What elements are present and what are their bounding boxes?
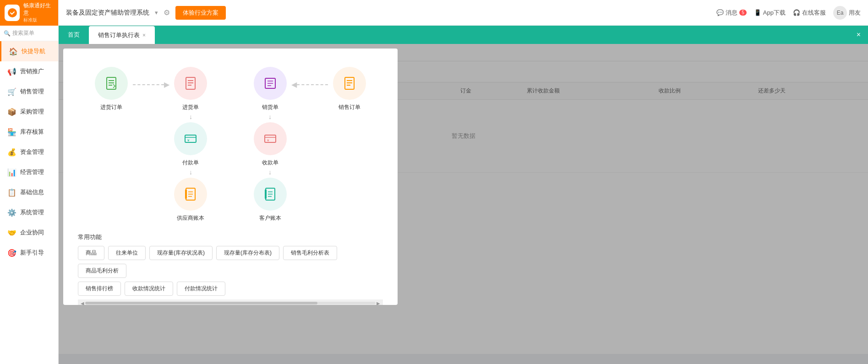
- payment-bill-icon: ¥: [174, 122, 207, 155]
- flow-node-payment-bill[interactable]: ¥ 付款单: [174, 122, 207, 167]
- tab-close-icon[interactable]: ×: [142, 32, 146, 38]
- func-btn-goods[interactable]: 商品: [78, 246, 104, 260]
- svg-text:¥: ¥: [187, 138, 190, 142]
- sidebar-item-label: 采购管理: [20, 108, 44, 116]
- avatar: Ea: [833, 6, 847, 20]
- guide-icon: 🎯: [7, 248, 16, 257]
- customer-ledger-label: 客户账本: [259, 214, 281, 222]
- overlay[interactable]: 进货订单 ▶: [59, 44, 868, 364]
- message-badge: 5: [739, 10, 747, 16]
- sidebar-item-label: 新手引导: [20, 249, 44, 257]
- search-bar[interactable]: 🔍 搜索菜单: [0, 26, 58, 41]
- user-menu[interactable]: Ea 用友: [833, 6, 861, 20]
- sidebar-item-label: 经营管理: [20, 168, 44, 176]
- message-button[interactable]: 💬 消息 5: [716, 9, 747, 17]
- search-icon: 🔍: [4, 30, 11, 37]
- logo-icon: [5, 5, 20, 21]
- search-label: 搜索菜单: [12, 29, 34, 37]
- sidebar-item-finance[interactable]: 💰 资金管理: [0, 142, 58, 162]
- inventory-icon: 🏪: [7, 127, 16, 136]
- func-btn-stock-dist[interactable]: 现存量(库存分布表): [216, 246, 279, 260]
- content-area: ❓ 帮助 🖨 按模板打印 ▾ 📤 导出 🔄 刷新: [59, 44, 868, 364]
- tab-home-label: 首页: [68, 31, 80, 39]
- sidebar-item-guide[interactable]: 🎯 新手引导: [0, 243, 58, 263]
- trial-button[interactable]: 体验行业方案: [175, 6, 226, 20]
- sidebar-item-purchase[interactable]: 📦 采购管理: [0, 102, 58, 122]
- scroll-right-icon[interactable]: ▶: [376, 301, 381, 305]
- svg-rect-20: [265, 135, 276, 142]
- sidebar-item-marketing[interactable]: 📢 营销推广: [0, 61, 58, 81]
- system-title: 装备及固定资产辅助管理系统: [66, 9, 149, 17]
- arrow-row-down2: ↓ ↓: [78, 167, 383, 178]
- window-close-icon[interactable]: ×: [857, 31, 861, 39]
- online-service-label: 在线客服: [802, 9, 826, 17]
- flow-modal-body: 进货订单 ▶: [63, 49, 398, 305]
- app-download-button[interactable]: 📱 App下载: [754, 9, 786, 17]
- sidebar-item-label: 基础信息: [20, 188, 44, 196]
- tab-sales-order[interactable]: 销售订单执行表 ×: [89, 26, 155, 44]
- func-btn-receipt-stats[interactable]: 收款情况统计: [125, 282, 173, 296]
- gear-icon[interactable]: ⚙: [164, 8, 170, 17]
- flow-node-receipt-bill[interactable]: ¥ 收款单: [254, 122, 287, 167]
- sidebar-item-label: 营销推广: [20, 67, 44, 76]
- supplier-ledger-label: 供应商账本: [177, 214, 204, 222]
- func-btn-counterpart[interactable]: 往来单位: [108, 246, 146, 260]
- func-btn-sales-rank[interactable]: 销售排行榜: [78, 282, 121, 296]
- flow-node-purchase-bill[interactable]: 进货单: [174, 67, 207, 111]
- svg-point-0: [8, 8, 17, 17]
- sales-order-label: 销售订单: [338, 103, 360, 111]
- modal-scrollbar: ◀ ▶: [78, 299, 383, 305]
- receipt-bill-label: 收款单: [262, 159, 278, 167]
- sidebar-item-quick-nav[interactable]: 🏠 快捷导航: [0, 41, 58, 61]
- sidebar-item-basic[interactable]: 📋 基础信息: [0, 182, 58, 202]
- tab-home[interactable]: 首页: [59, 26, 89, 44]
- func-btn-stock-status[interactable]: 现存量(库存状况表): [149, 246, 213, 260]
- func-btn-payment-stats[interactable]: 付款情况统计: [177, 282, 225, 296]
- collab-icon: 🤝: [7, 228, 16, 237]
- arrow-order-to-sales-bill: ◀: [291, 80, 328, 89]
- arrow-row-down: ↓ ↓: [78, 111, 383, 122]
- topbar-right: 💬 消息 5 📱 App下载 🎧 在线客服 Ea 用友: [716, 6, 861, 20]
- sidebar-item-label: 销售管理: [20, 87, 44, 96]
- payment-bill-label: 付款单: [182, 159, 199, 167]
- scrollbar-container[interactable]: ◀ ▶: [78, 299, 383, 305]
- scroll-left-icon[interactable]: ◀: [80, 301, 85, 305]
- tab-bar: 首页 销售订单执行表 × ×: [59, 26, 868, 44]
- online-service-button[interactable]: 🎧 在线客服: [793, 9, 826, 17]
- tab-sales-order-label: 销售订单执行表: [98, 31, 140, 39]
- app-download-icon: 📱: [754, 9, 761, 16]
- purchase-bill-label: 进货单: [182, 103, 199, 111]
- flow-node-sales-order[interactable]: 销售订单: [333, 67, 366, 111]
- scrollbar-thumb[interactable]: [85, 302, 317, 304]
- finance-icon: 💰: [7, 147, 16, 157]
- sidebar-item-operation[interactable]: 📊 经营管理: [0, 162, 58, 182]
- flow-node-customer-ledger[interactable]: 客户账本: [254, 178, 287, 222]
- sidebar-item-system[interactable]: ⚙️ 系统管理: [0, 202, 58, 223]
- sidebar-item-collab[interactable]: 🤝 企业协同: [0, 223, 58, 243]
- sidebar-item-sales[interactable]: 🛒 销售管理: [0, 81, 58, 102]
- flow-node-sales-bill[interactable]: 销货单: [254, 67, 287, 111]
- purchase-order-icon: [95, 67, 128, 100]
- sidebar-item-label: 企业协同: [20, 228, 44, 237]
- arrow-purchase-to-bill: ▶: [133, 80, 169, 89]
- main: 装备及固定资产辅助管理系统 ▾ ⚙ 体验行业方案 💬 消息 5 📱 App下载 …: [59, 0, 868, 364]
- flow-node-supplier-ledger[interactable]: 供应商账本: [174, 178, 207, 222]
- flow-node-purchase-order[interactable]: 进货订单: [95, 67, 128, 111]
- message-label: 消息: [726, 9, 737, 17]
- scrollbar-track: [85, 302, 376, 304]
- sidebar-item-inventory[interactable]: 🏪 库存核算: [0, 122, 58, 142]
- sales-order-icon: [333, 67, 366, 100]
- svg-rect-24: [185, 190, 187, 199]
- func-btn-sales-margin[interactable]: 销售毛利分析表: [283, 246, 337, 260]
- sidebar-item-label: 库存核算: [20, 128, 44, 136]
- common-functions: 常用功能 商品 往来单位 现存量(库存状况表) 现存量(库存分布表) 销售毛利分…: [78, 233, 383, 296]
- func-btn-goods-margin[interactable]: 商品毛利分析: [78, 264, 126, 278]
- sales-bill-icon: [254, 67, 287, 100]
- logo-area: 畅康通好生意 标准版: [0, 0, 58, 26]
- svg-text:¥: ¥: [267, 138, 269, 142]
- sidebar: 畅康通好生意 标准版 🔍 搜索菜单 🏠 快捷导航 📢 营销推广 🛒 销售管理: [0, 0, 59, 364]
- dropdown-arrow-icon[interactable]: ▾: [155, 9, 158, 16]
- customer-ledger-icon: [254, 178, 287, 211]
- purchase-bill-icon: [174, 67, 207, 100]
- sidebar-item-label: 资金管理: [20, 148, 44, 156]
